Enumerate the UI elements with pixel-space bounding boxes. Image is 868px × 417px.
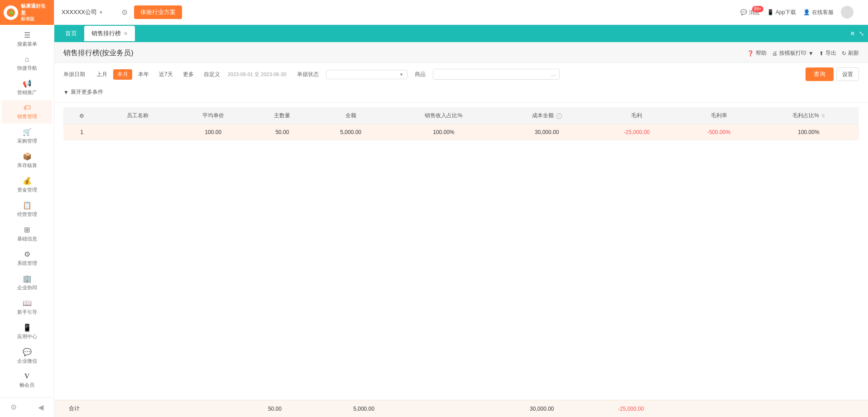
cell-rank: 1	[63, 125, 100, 140]
table-area: ⚙ 员工名称 平均单价 主数量 全额 销售收入占比% 成本全额 i 毛利 毛利率	[54, 103, 868, 145]
date-tab-this-month[interactable]: 本月	[113, 69, 132, 80]
table-footer: 合计 50.00 5,000.00 30,000.00 -25,000.00	[54, 400, 868, 417]
member-icon: V	[24, 372, 30, 380]
sidebar-item-marketing[interactable]: 📢 营销推广	[2, 76, 52, 100]
footer-total-label: 合计	[69, 405, 80, 412]
filter-settings-button[interactable]: 设置	[836, 67, 859, 81]
print-icon: 🖨	[772, 50, 777, 57]
goods-filter-label: 商品	[415, 71, 426, 78]
sidebar-item-label: 销售管理	[17, 113, 37, 120]
footer-cost: 30,000.00	[498, 406, 587, 412]
app-title: 畅康通好生意	[21, 3, 50, 16]
sidebar-item-operation[interactable]: 📋 经营管理	[2, 197, 52, 221]
tab-home-label: 首页	[65, 29, 77, 38]
company-selector[interactable]: XXXXXX公司 ▼	[62, 8, 116, 16]
finance-icon: 💰	[23, 177, 32, 185]
col-settings[interactable]: ⚙	[63, 107, 100, 125]
sidebar-item-guide[interactable]: 📖 新手引导	[2, 295, 52, 319]
tabbar: 首页 销售排行榜 ✕ ✕ ⤡	[54, 25, 868, 42]
date-tab-custom[interactable]: 自定义	[200, 69, 224, 80]
date-tab-last-month[interactable]: 上月	[92, 69, 111, 80]
sidebar-item-enterprise[interactable]: 🏢 企业协同	[2, 271, 52, 295]
page-header: 销售排行榜(按业务员) ❓ 帮助 🖨 按模板打印 ▼ ⬆ 导出 ↻ 刷新	[54, 42, 868, 63]
sidebar-item-label: 快捷导航	[17, 65, 37, 72]
app-download-button[interactable]: 📱 App下载	[767, 9, 796, 16]
goods-more-icon[interactable]: ...	[551, 71, 556, 77]
page-actions: ❓ 帮助 🖨 按模板打印 ▼ ⬆ 导出 ↻ 刷新	[747, 49, 859, 57]
export-icon: ⬆	[819, 50, 824, 57]
goods-select[interactable]: ...	[433, 69, 560, 80]
table-header-row: ⚙ 员工名称 平均单价 主数量 全额 销售收入占比% 成本全额 i 毛利 毛利率	[63, 107, 859, 125]
window-expand-icon[interactable]: ⤡	[859, 30, 864, 37]
inventory-icon: 📦	[23, 152, 32, 161]
svg-text:🍀: 🍀	[9, 10, 15, 16]
system-icon: ⚙	[24, 250, 30, 259]
col-settings-icon: ⚙	[79, 113, 84, 119]
print-button[interactable]: 🖨 按模板打印 ▼	[772, 49, 814, 57]
date-tab-this-year[interactable]: 本年	[134, 69, 153, 80]
topbar: XXXXXX公司 ▼ ⚙ 体验行业方案 💬 消息 99+ 📱 App下载 👤 在…	[54, 0, 868, 25]
window-close-icon[interactable]: ✕	[850, 30, 855, 37]
col-gross-pct: 毛利占比% ⇅	[758, 107, 859, 125]
cell-amount: 5,000.00	[314, 125, 388, 140]
sidebar-item-finance[interactable]: 💰 资金管理	[2, 173, 52, 197]
sidebar-item-label: 经营管理	[17, 211, 37, 218]
company-name: XXXXXX公司	[62, 8, 97, 16]
col-gross: 毛利	[594, 107, 679, 125]
sidebar-item-label: 系统管理	[17, 260, 37, 267]
tab-sales-rank[interactable]: 销售排行榜 ✕	[84, 26, 135, 41]
message-icon: 💬	[740, 9, 747, 15]
gross-pct-sort-icon[interactable]: ⇅	[821, 113, 825, 118]
tab-home[interactable]: 首页	[58, 26, 84, 41]
page-content: 销售排行榜(按业务员) ❓ 帮助 🖨 按模板打印 ▼ ⬆ 导出 ↻ 刷新	[54, 42, 868, 417]
topbar-actions: 💬 消息 99+ 📱 App下载 👤 在线客服	[740, 6, 861, 19]
date-tab-7days[interactable]: 近7天	[155, 69, 177, 80]
sidebar-item-label: 搜索菜单	[17, 41, 37, 48]
sidebar-item-search-order[interactable]: ☰ 搜索菜单	[2, 27, 52, 51]
sidebar-item-quick-nav[interactable]: ⌂ 快捷导航	[2, 52, 52, 75]
sidebar-item-app-center[interactable]: 📱 应用中心	[2, 320, 52, 344]
sidebar-item-purchase[interactable]: 🛒 采购管理	[2, 124, 52, 148]
cell-name	[100, 125, 176, 140]
message-button[interactable]: 💬 消息 99+	[740, 9, 760, 16]
sidebar-item-sales[interactable]: 🏷 销售管理	[2, 100, 52, 124]
help-button[interactable]: ❓ 帮助	[747, 49, 767, 57]
filter-area: 单据日期 上月 本月 本年 近7天 更多 自定义 2023-06-01 至 20…	[54, 63, 868, 103]
date-tab-more[interactable]: 更多	[179, 69, 198, 80]
enterprise-icon: 🏢	[23, 274, 32, 283]
sales-rank-table: ⚙ 员工名称 平均单价 主数量 全额 销售收入占比% 成本全额 i 毛利 毛利率	[63, 107, 859, 140]
service-label: 在线客服	[812, 9, 834, 16]
sidebar-settings-button[interactable]: ⚙	[9, 401, 19, 413]
user-avatar[interactable]	[841, 6, 854, 19]
footer-amount: 5,000.00	[319, 406, 408, 412]
query-button[interactable]: 查询	[806, 67, 834, 81]
export-button[interactable]: ⬆ 导出	[819, 49, 836, 57]
sidebar-item-inventory[interactable]: 📦 库存核算	[2, 149, 52, 173]
sidebar-item-label: 企业协同	[17, 284, 37, 291]
cost-info-icon[interactable]: i	[556, 113, 562, 119]
sidebar-item-system[interactable]: ⚙ 系统管理	[2, 246, 52, 270]
col-qty: 主数量	[251, 107, 314, 125]
status-filter-label: 单据状态	[297, 71, 319, 78]
tab-close-icon[interactable]: ✕	[124, 31, 128, 37]
status-select[interactable]: ▼	[326, 70, 408, 79]
date-range-display: 2023-06-01 至 2023-06-30	[228, 71, 287, 78]
cell-cost: 30,000.00	[499, 125, 594, 140]
online-service-button[interactable]: 👤 在线客服	[803, 9, 834, 16]
filter-action-btns: 查询 设置	[806, 67, 859, 81]
topbar-settings-icon[interactable]: ⚙	[121, 8, 128, 17]
sidebar-item-wechat[interactable]: 💬 企业微信	[2, 344, 52, 368]
expand-more-row: ▼ 展开更多条件	[63, 84, 859, 98]
col-gross-rate: 毛利率	[679, 107, 758, 125]
sidebar-collapse-button[interactable]: ◀	[36, 401, 45, 413]
expand-more-button[interactable]: ▼ 展开更多条件	[63, 88, 859, 96]
cell-qty: 50.00	[251, 125, 314, 140]
sidebar-item-member[interactable]: V 畅会员	[2, 369, 52, 392]
footer-label: 合计	[69, 405, 141, 412]
trial-button[interactable]: 体验行业方案	[134, 5, 182, 19]
refresh-button[interactable]: ↻ 刷新	[842, 49, 859, 57]
sidebar-item-basic-info[interactable]: ⊞ 基础信息	[2, 222, 52, 246]
footer-qty: 50.00	[230, 406, 320, 412]
service-icon: 👤	[803, 9, 810, 15]
help-icon: ❓	[747, 50, 754, 57]
